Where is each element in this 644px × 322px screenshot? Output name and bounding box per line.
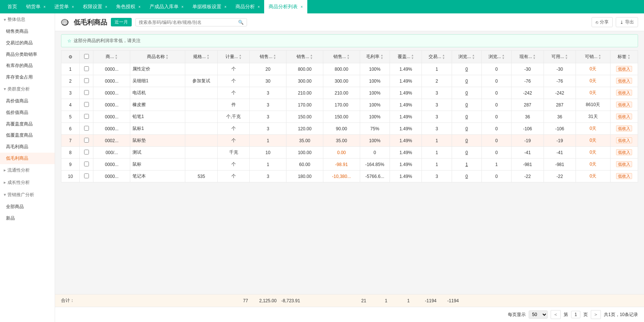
row-spec-8 bbox=[185, 159, 217, 170]
row-name-8[interactable]: 鼠标 bbox=[130, 159, 185, 170]
sidebar-item-sales-goods[interactable]: 销售类商品 bbox=[0, 26, 55, 37]
th-settings[interactable]: ⚙ bbox=[61, 51, 80, 63]
sidebar-item-category-rate[interactable]: 商品分类助销率 bbox=[0, 49, 55, 60]
row-check-4[interactable] bbox=[80, 111, 93, 123]
sidebar-item-traded-goods[interactable]: 交易过的商品 bbox=[0, 37, 55, 49]
th-check[interactable] bbox=[80, 51, 93, 63]
th-gross-rate[interactable]: 毛利率▲▼ bbox=[360, 51, 390, 63]
row-check-0[interactable] bbox=[80, 63, 93, 75]
th-trade[interactable]: 交易...▲▼ bbox=[422, 51, 452, 63]
nav-product-entry[interactable]: 产成品入库单 × bbox=[145, 0, 188, 13]
row-browse1-5[interactable]: 0 bbox=[452, 123, 481, 135]
row-browse1-6[interactable]: 0 bbox=[452, 135, 481, 147]
table-row: 3 0000... 电话机 个 3 210.00 210.00 100% 1.4… bbox=[61, 87, 638, 99]
th-sale-price[interactable]: 销售...▲▼ bbox=[286, 51, 323, 63]
th-sale-qty[interactable]: 销售...▲▼ bbox=[250, 51, 286, 63]
th-sellable[interactable]: 可销...▲▼ bbox=[576, 51, 611, 63]
sidebar-group-growth[interactable]: ▸ 成长性分析 bbox=[0, 176, 55, 189]
row-sale-profit-0: 800.00 bbox=[323, 63, 360, 75]
row-name-4[interactable]: 铅笔1 bbox=[130, 111, 185, 123]
th-spec[interactable]: 规格...▲▼ bbox=[185, 51, 217, 63]
nav-template[interactable]: 单据模板设置 × bbox=[188, 0, 231, 13]
search-icon[interactable]: 🔍 bbox=[238, 20, 244, 25]
row-check-2[interactable] bbox=[80, 87, 93, 99]
period-button[interactable]: 近一月 bbox=[111, 18, 132, 26]
sidebar-group-overall[interactable]: ▾ 整体信息 bbox=[0, 13, 55, 26]
th-current[interactable]: 现有...▲▼ bbox=[512, 51, 544, 63]
row-check-7[interactable] bbox=[80, 147, 93, 159]
sidebar-group-marketing[interactable]: ▾ 营销推广分析 bbox=[0, 189, 55, 201]
share-button[interactable]: ⎋ 分享 bbox=[592, 17, 613, 27]
th-browse1[interactable]: 浏览...▲▼ bbox=[452, 51, 481, 63]
nav-home[interactable]: 首页 bbox=[3, 0, 22, 13]
row-name-7[interactable]: 测试 bbox=[130, 147, 185, 159]
row-check-5[interactable] bbox=[80, 123, 93, 135]
row-name-2[interactable]: 电话机 bbox=[130, 87, 185, 99]
th-code[interactable]: 商...▲▼ bbox=[93, 51, 130, 63]
sidebar-collapse-btn[interactable]: « bbox=[61, 19, 68, 26]
sidebar-item-low-value[interactable]: 低价值商品 bbox=[0, 107, 55, 118]
row-check-9[interactable] bbox=[80, 170, 93, 182]
row-browse1-7[interactable]: 0 bbox=[452, 147, 481, 159]
nav-purchase[interactable]: 进货单 × bbox=[50, 0, 78, 13]
row-name-1[interactable]: 吴细细1 bbox=[130, 75, 185, 87]
row-check-3[interactable] bbox=[80, 99, 93, 111]
sidebar-group-circulation[interactable]: ▸ 流通性分析 bbox=[0, 164, 55, 176]
th-sale-profit[interactable]: 销售...▲▼ bbox=[323, 51, 360, 63]
row-browse1-9[interactable]: 0 bbox=[452, 170, 481, 182]
export-button[interactable]: ⤓ 导出 bbox=[616, 17, 638, 27]
nav-product-analysis[interactable]: 商品分析 × bbox=[231, 0, 264, 13]
sidebar-item-high-profit[interactable]: 高毛利商品 bbox=[0, 141, 55, 153]
nav-permission[interactable]: 权限设置 × bbox=[79, 0, 112, 13]
row-check-6[interactable] bbox=[80, 135, 93, 147]
row-num-4: 5 bbox=[61, 111, 80, 123]
nav-sales[interactable]: 销货单 × bbox=[22, 0, 50, 13]
row-browse1-4[interactable]: 0 bbox=[452, 111, 481, 123]
nav-role[interactable]: 角色授权 × bbox=[112, 0, 145, 13]
row-name-6[interactable]: 鼠标垫 bbox=[130, 135, 185, 147]
warning-text: 这部分商品的利润非常低，请关注 bbox=[74, 38, 141, 44]
row-name-9[interactable]: 笔记本 bbox=[130, 170, 185, 182]
sidebar-item-all-goods[interactable]: 全部商品 bbox=[0, 201, 55, 213]
per-page-select[interactable]: 50 100 200 bbox=[529, 310, 548, 319]
main-layout: ▾ 整体信息 销售类商品 交易过的商品 商品分类助销率 有库存的商品 库存资金占… bbox=[0, 13, 644, 322]
select-all-checkbox[interactable] bbox=[84, 54, 89, 59]
row-num-1: 2 bbox=[61, 75, 80, 87]
row-current-0: -30 bbox=[512, 63, 544, 75]
sidebar-item-low-profit[interactable]: 低毛利商品 bbox=[0, 153, 55, 164]
row-check-8[interactable] bbox=[80, 159, 93, 170]
sidebar-group-cluster[interactable]: ▾ 类群度分析 bbox=[0, 83, 55, 95]
sidebar-item-stock-funds[interactable]: 库存资金占用 bbox=[0, 71, 55, 83]
th-name[interactable]: 商品名称▲▼ bbox=[130, 51, 185, 63]
row-browse2-6: 0 bbox=[481, 135, 511, 147]
row-browse1-2[interactable]: 0 bbox=[452, 87, 481, 99]
th-tag[interactable]: 标签▲▼ bbox=[610, 51, 638, 63]
row-browse2-4: 0 bbox=[481, 111, 511, 123]
th-available[interactable]: 可用...▲▼ bbox=[544, 51, 576, 63]
prev-page-btn[interactable]: ＜ bbox=[551, 310, 561, 319]
top-nav: 首页 销货单 × 进货单 × 权限设置 × 角色授权 × 产成品入库单 × 单据… bbox=[0, 0, 644, 13]
sidebar-item-high-value[interactable]: 高价值商品 bbox=[0, 95, 55, 107]
row-gross-rate-1: 100% bbox=[360, 75, 390, 87]
row-trade-5: 3 bbox=[422, 123, 452, 135]
next-page-btn[interactable]: ＞ bbox=[591, 310, 601, 319]
th-browse2[interactable]: 浏览...▲▼ bbox=[481, 51, 511, 63]
th-unit[interactable]: 计量...▲▼ bbox=[217, 51, 249, 63]
row-browse1-0[interactable]: 0 bbox=[452, 63, 481, 75]
sidebar-item-low-coverage[interactable]: 低覆盖度商品 bbox=[0, 130, 55, 141]
row-browse1-3[interactable]: 0 bbox=[452, 99, 481, 111]
sidebar-item-new-goods[interactable]: 新品 bbox=[0, 213, 55, 224]
sidebar-item-stock-goods[interactable]: 有库存的商品 bbox=[0, 60, 55, 71]
sidebar-item-high-coverage[interactable]: 高覆盖度商品 bbox=[0, 118, 55, 130]
row-check-1[interactable] bbox=[80, 75, 93, 87]
nav-product-analysis-list[interactable]: 商品分析列表 × bbox=[264, 0, 307, 13]
row-name-5[interactable]: 鼠标1 bbox=[130, 123, 185, 135]
row-name-0[interactable]: 属性定价 bbox=[130, 63, 185, 75]
row-browse1-1[interactable]: 0 bbox=[452, 75, 481, 87]
row-browse1-8[interactable]: 1 bbox=[452, 159, 481, 170]
row-tag-5: 低收入 bbox=[610, 123, 638, 135]
search-input[interactable] bbox=[139, 20, 238, 25]
row-name-3[interactable]: 橡皮擦 bbox=[130, 99, 185, 111]
th-coverage[interactable]: 覆盖...▲▼ bbox=[390, 51, 422, 63]
row-sale-price-0: 800.00 bbox=[286, 63, 323, 75]
